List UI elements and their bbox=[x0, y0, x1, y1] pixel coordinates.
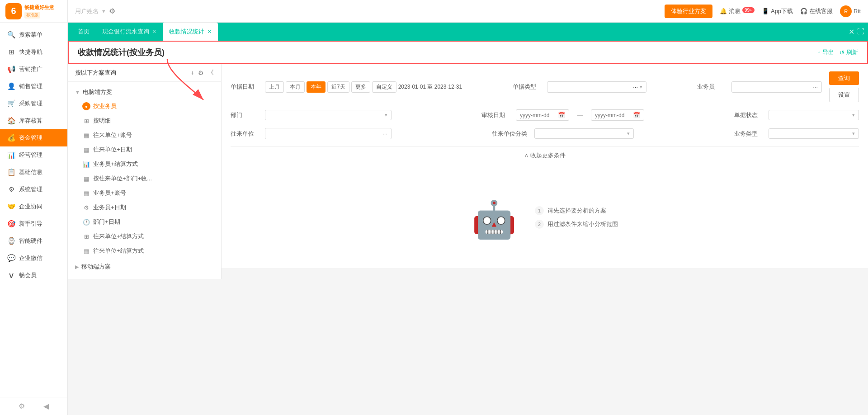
date-btn-custom[interactable]: 自定义 bbox=[372, 81, 396, 93]
sidebar-item-weixin[interactable]: 💬 企业微信 bbox=[0, 250, 67, 267]
capital-icon: 💰 bbox=[7, 134, 15, 142]
scheme-group-pc-title[interactable]: ▼ 电脑端方案 bbox=[68, 85, 221, 99]
user-name-display[interactable]: R Rit bbox=[840, 5, 861, 17]
scheme-item-salesperson-account[interactable]: ▦ 业务员+账号 bbox=[71, 186, 221, 200]
scheme-item-counterpart-date[interactable]: ▦ 往来单位+日期 bbox=[71, 142, 221, 157]
biz-type-filter-label: 业务类型 bbox=[734, 130, 761, 138]
sidebar-item-hardware[interactable]: ⌚ 智能硬件 bbox=[0, 232, 67, 250]
operation-icon: 📊 bbox=[7, 151, 15, 159]
scheme-item-counterpart-account[interactable]: ▦ 往来单位+账号 bbox=[71, 128, 221, 142]
app-download-btn[interactable]: 📱 App下载 bbox=[762, 7, 793, 15]
bill-status-filter-label: 单据状态 bbox=[734, 111, 761, 119]
notification-btn[interactable]: 🔔 消息 99+ bbox=[720, 7, 755, 15]
audit-from-field[interactable] bbox=[520, 112, 556, 118]
type-filter-select[interactable]: ··· ▾ bbox=[547, 81, 646, 93]
date-btn-7days[interactable]: 近7天 bbox=[327, 81, 349, 93]
scheme-item-salesperson-date[interactable]: ⚙ 业务员+日期 bbox=[71, 200, 221, 215]
tab-fullscreen-icon[interactable]: ⛶ bbox=[857, 28, 864, 36]
sidebar-item-quicknav[interactable]: ⊞ 快捷导航 bbox=[0, 43, 67, 61]
main-area: 用户姓名 ▾ ⚙ 体验行业方案 🔔 消息 99+ 📱 App下载 🎧 在线客服 bbox=[68, 0, 868, 415]
page-header: 收款情况统计(按业务员) ↑ 导出 ↺ 刷新 bbox=[68, 41, 868, 64]
query-button[interactable]: 查询 bbox=[829, 71, 859, 85]
sidebar-item-purchase[interactable]: 🛒 采购管理 bbox=[0, 95, 67, 112]
filter-panel: 单据日期 上月 本月 本年 近7天 更多 自定义 2023-01-01 至 20… bbox=[222, 64, 868, 171]
refresh-btn[interactable]: ↺ 刷新 bbox=[840, 48, 858, 57]
scheme-item-by-counterpart-dept[interactable]: ▦ 按往来单位+部门+收... bbox=[71, 171, 221, 186]
audit-to-field[interactable] bbox=[595, 112, 631, 118]
dept-chevron-icon: ▾ bbox=[385, 112, 387, 118]
export-btn[interactable]: ↑ 导出 bbox=[818, 48, 835, 57]
notification-label: 消息 bbox=[729, 7, 741, 15]
mobile-group-arrow: ▶ bbox=[75, 264, 79, 270]
scheme-collapse-icon[interactable]: 《 bbox=[208, 69, 214, 77]
scheme-item-by-detail[interactable]: ⊞ 按明细 bbox=[71, 113, 221, 128]
sidebar-item-member[interactable]: V 畅会员 bbox=[0, 267, 67, 284]
tab-home[interactable]: 首页 bbox=[71, 23, 96, 41]
online-service-btn[interactable]: 🎧 在线客服 bbox=[800, 7, 833, 15]
bill-status-filter-select[interactable]: ▾ bbox=[769, 110, 859, 120]
sidebar-item-sales[interactable]: 👤 销售管理 bbox=[0, 78, 67, 95]
settings-bottom-icon[interactable]: ⚙ bbox=[19, 402, 25, 410]
scheme-add-icon[interactable]: + bbox=[191, 69, 194, 76]
settings-button[interactable]: 设置 bbox=[829, 88, 859, 102]
date-btn-more[interactable]: 更多 bbox=[351, 81, 370, 93]
pc-group-arrow: ▼ bbox=[75, 90, 80, 95]
filter-row-2: 部门 ▾ 审核日期 📅 — bbox=[231, 109, 859, 121]
tab-collect-close[interactable]: ✕ bbox=[207, 28, 212, 35]
tab-bar: 首页 现金银行流水查询 ✕ 收款情况统计 ✕ ✕ ⛶ bbox=[68, 23, 868, 41]
tab-collect[interactable]: 收款情况统计 ✕ bbox=[163, 23, 218, 41]
header-dropdown-icon[interactable]: ▾ bbox=[102, 8, 105, 14]
sidebar-item-capital[interactable]: 💰 资金管理 bbox=[0, 129, 67, 146]
scheme-group-mobile-title[interactable]: ▶ 移动端方案 bbox=[68, 260, 221, 274]
date-btn-last-month[interactable]: 上月 bbox=[265, 81, 284, 93]
audit-from-input[interactable]: 📅 bbox=[516, 109, 569, 121]
basic-icon: 📋 bbox=[7, 168, 15, 176]
counterpart-more-dots[interactable]: ··· bbox=[382, 130, 387, 137]
page-title: 收款情况统计(按业务员) bbox=[78, 47, 165, 58]
sidebar-item-system[interactable]: ⚙ 系统管理 bbox=[0, 181, 67, 198]
sidebar-item-search[interactable]: 🔍 搜索菜单 bbox=[0, 26, 67, 43]
scheme-list: ▼ 电脑端方案 ● 按业务员 ⊞ bbox=[68, 82, 221, 279]
tab-bank-close[interactable]: ✕ bbox=[152, 28, 156, 35]
scheme-item-counterpart-settle1[interactable]: ⊞ 往来单位+结算方式 bbox=[71, 229, 221, 244]
counterpart-category-filter-select[interactable]: ▾ bbox=[534, 128, 634, 139]
header-gear-icon[interactable]: ⚙ bbox=[109, 7, 115, 15]
date-btn-this-month[interactable]: 本月 bbox=[286, 81, 305, 93]
scheme-settings-icon[interactable]: ⚙ bbox=[198, 69, 204, 76]
sidebar-item-guide[interactable]: 🎯 新手引导 bbox=[0, 215, 67, 232]
trial-button[interactable]: 体验行业方案 bbox=[665, 5, 712, 18]
type-more-dots[interactable]: ··· bbox=[633, 84, 638, 90]
sidebar-item-enterprise[interactable]: 🤝 企业协同 bbox=[0, 198, 67, 215]
scheme-item-by-salesperson[interactable]: ● 按业务员 bbox=[71, 99, 221, 113]
sidebar-item-inventory[interactable]: 🏠 库存核算 bbox=[0, 112, 67, 129]
logo-icon: 6 bbox=[5, 3, 22, 19]
counterpart-filter-select[interactable]: ··· bbox=[265, 128, 392, 139]
scheme-item-dept-date[interactable]: 🕐 部门+日期 bbox=[71, 215, 221, 229]
date-btn-this-year[interactable]: 本年 bbox=[307, 81, 326, 93]
scheme-item-counterpart-settle2[interactable]: ▦ 往来单位+结算方式 bbox=[71, 244, 221, 258]
sidebar-item-marketing[interactable]: 📢 营销推广 bbox=[0, 61, 67, 78]
sidebar-item-operation[interactable]: 📊 经营管理 bbox=[0, 146, 67, 164]
table-icon-3: ▦ bbox=[82, 174, 90, 183]
counterpart-filter-label: 往来单位 bbox=[231, 130, 258, 138]
biz-type-filter-select[interactable]: ▾ bbox=[769, 128, 859, 139]
collapse-sidebar-icon[interactable]: ◀ bbox=[43, 402, 49, 410]
salesperson-filter-select[interactable]: ··· bbox=[731, 81, 822, 93]
collapse-conditions-btn[interactable]: ∧ 收起更多条件 bbox=[231, 146, 859, 164]
download-icon: 📱 bbox=[762, 8, 769, 14]
step-text-1: 请先选择要分析的方案 bbox=[547, 207, 606, 215]
scheme-item-salesperson-settle[interactable]: 📊 业务员+结算方式 bbox=[71, 157, 221, 171]
tab-bank[interactable]: 现金银行流水查询 ✕ bbox=[96, 23, 163, 41]
search-icon: 🔍 bbox=[7, 31, 15, 39]
date-range-display: 2023-01-01 至 2023-12-31 bbox=[398, 83, 462, 91]
salesperson-more-dots[interactable]: ··· bbox=[813, 84, 818, 90]
calendar-from-icon[interactable]: 📅 bbox=[558, 112, 565, 118]
sidebar-item-basic[interactable]: 📋 基础信息 bbox=[0, 164, 67, 181]
tab-close-all-icon[interactable]: ✕ bbox=[849, 28, 854, 36]
sidebar: 6 畅捷通好生意 标准版 🔍 搜索菜单 ⊞ 快捷导航 📢 营销推广 👤 销 bbox=[0, 0, 68, 415]
dept-filter-select[interactable]: ▾ bbox=[265, 110, 392, 120]
audit-to-input[interactable]: 📅 bbox=[591, 109, 644, 121]
calendar-to-icon[interactable]: 📅 bbox=[633, 112, 640, 118]
scheme-pc-items: ● 按业务员 ⊞ 按明细 ▦ 往来单位+账号 bbox=[68, 99, 221, 258]
notification-count: 99+ bbox=[742, 7, 755, 13]
